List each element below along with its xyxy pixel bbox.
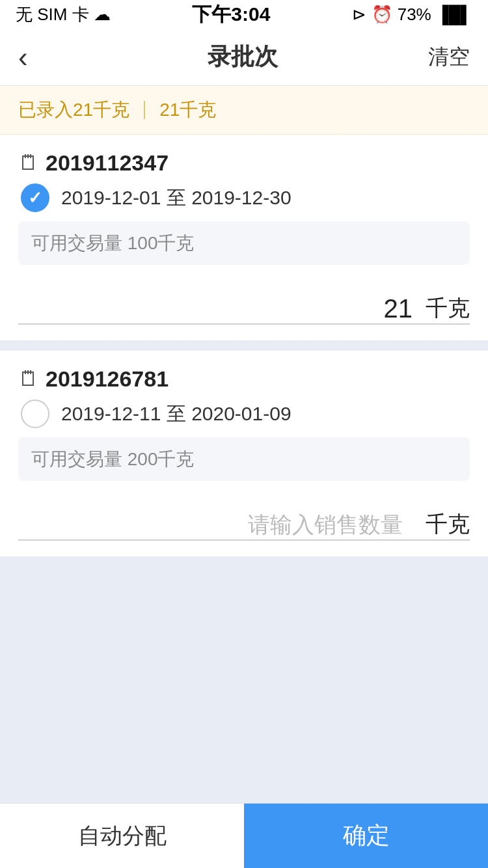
qty-input-2[interactable] — [136, 512, 413, 537]
battery-label: 73% — [398, 5, 431, 25]
summary-bar: 已录入21千克 21千克 — [0, 86, 488, 135]
batch-id-row-2: 🗒 2019126781 — [18, 366, 470, 392]
batch-id-2: 2019126781 — [46, 366, 169, 392]
avail-text-1: 可用交易量 100千克 — [31, 233, 195, 253]
batch-date-2: 2019-12-11 至 2020-01-09 — [61, 401, 291, 427]
batch-date-1: 2019-12-01 至 2019-12-30 — [61, 185, 291, 211]
status-right: ⊳ ⏰ 73% ▐█▌ — [352, 5, 472, 25]
bottom-bar: 自动分配 确定 — [0, 803, 488, 868]
radio-1[interactable] — [21, 183, 49, 212]
recorded-label: 已录入21千克 — [18, 98, 129, 122]
batch-item-1: 🗒 2019112347 2019-12-01 至 2019-12-30 可用交… — [0, 135, 488, 340]
back-button[interactable]: ‹ — [18, 41, 57, 74]
qty-value-1: 21 — [384, 294, 413, 323]
page-title: 录批次 — [208, 41, 278, 73]
batch-id-row-1: 🗒 2019112347 — [18, 150, 470, 176]
avail-text-2: 可用交易量 200千克 — [31, 449, 195, 469]
status-bar: 无 SIM 卡 ☁ 下午3:04 ⊳ ⏰ 73% ▐█▌ — [0, 0, 488, 29]
auto-distribute-button[interactable]: 自动分配 — [0, 804, 244, 868]
section-separator — [0, 340, 488, 351]
batch-id-1: 2019112347 — [46, 150, 169, 176]
input-unit-2: 千克 — [426, 509, 470, 539]
batch-icon-1: 🗒 — [18, 151, 39, 175]
total-label: 21千克 — [159, 98, 216, 122]
sim-label: 无 SIM 卡 ☁ — [16, 3, 111, 26]
input-row-2[interactable]: 千克 — [0, 499, 488, 539]
avail-row-2: 可用交易量 200千克 — [18, 437, 470, 481]
qty-unit-1: 千克 — [426, 293, 470, 323]
batch-icon-2: 🗒 — [18, 367, 39, 391]
qty-row-1: 21 千克 — [0, 283, 488, 323]
radio-2[interactable] — [21, 400, 49, 428]
location-icon: ⊳ — [352, 5, 366, 25]
avail-row-1: 可用交易量 100千克 — [18, 221, 470, 265]
battery-icon: ▐█▌ — [437, 5, 472, 25]
nav-bar: ‹ 录批次 清空 — [0, 29, 488, 86]
batch-date-row-1[interactable]: 2019-12-01 至 2019-12-30 — [18, 183, 470, 212]
batch-item-2: 🗒 2019126781 2019-12-11 至 2020-01-09 可用交… — [0, 351, 488, 556]
summary-divider — [144, 101, 145, 119]
status-time: 下午3:04 — [192, 1, 270, 28]
status-left: 无 SIM 卡 ☁ — [16, 3, 111, 26]
clear-button[interactable]: 清空 — [428, 43, 470, 72]
batch-date-row-2[interactable]: 2019-12-11 至 2020-01-09 — [18, 400, 470, 428]
confirm-button[interactable]: 确定 — [244, 804, 488, 868]
alarm-icon: ⏰ — [372, 5, 392, 25]
